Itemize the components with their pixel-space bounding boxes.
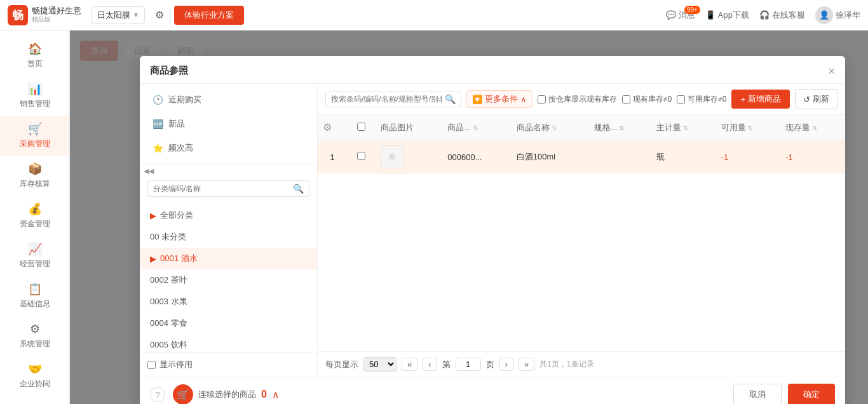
sidebar-label-purchase: 采购管理 bbox=[20, 138, 50, 149]
page-prefix-label: 第 bbox=[442, 359, 451, 370]
category-0001[interactable]: ▶ 0001 酒水 bbox=[140, 248, 317, 269]
confirm-btn[interactable]: 确定 bbox=[788, 384, 835, 404]
show-disabled-checkbox[interactable] bbox=[147, 361, 156, 369]
exp-button[interactable]: 体验行业方案 bbox=[174, 6, 244, 25]
product-table-area: ⚙ 商品图片 商品... 商品名称 规格... 主计量 可用量 现存量 bbox=[318, 115, 845, 351]
category-0001-arrow: ▶ bbox=[150, 254, 156, 264]
th-stock[interactable]: 现存量 bbox=[780, 115, 845, 140]
sidebar-item-collab[interactable]: 🤝 企业协同 bbox=[0, 356, 69, 396]
nav-right: 💬 消息 99+ 📱 App下载 🎧 在线客服 👤 徐泽华 bbox=[666, 6, 860, 24]
service-btn[interactable]: 🎧 在线客服 bbox=[759, 10, 805, 21]
pagination: 每页显示 50 20 100 « ‹ 第 页 › » 共1页，1条记录 bbox=[318, 351, 845, 377]
warehouse-filter[interactable]: 按仓库显示现有库存 bbox=[538, 94, 617, 105]
modal-header: 商品参照 × bbox=[140, 56, 845, 84]
nonzero-stock-checkbox[interactable] bbox=[622, 95, 630, 104]
avail-nonzero-checkbox[interactable] bbox=[677, 95, 685, 104]
cart-count: 0 bbox=[261, 389, 267, 400]
category-0002-label: 0002 茶叶 bbox=[150, 274, 187, 286]
app-download-btn[interactable]: 📱 App下载 bbox=[705, 10, 749, 21]
sidebar-label-base: 基础信息 bbox=[20, 299, 50, 309]
category-0003[interactable]: 0003 水果 bbox=[140, 291, 317, 313]
th-name[interactable]: 商品名称 bbox=[512, 115, 589, 140]
sidebar-item-inventory[interactable]: 📦 库存核算 bbox=[0, 156, 69, 196]
help-btn[interactable]: ? bbox=[150, 387, 165, 402]
clock-icon: 🕐 bbox=[153, 95, 163, 105]
current-page-input[interactable] bbox=[456, 358, 481, 371]
messages-btn[interactable]: 💬 消息 99+ bbox=[666, 10, 695, 21]
col-settings-icon[interactable]: ⚙ bbox=[323, 122, 332, 133]
first-page-btn[interactable]: « bbox=[402, 358, 417, 371]
sidebar-item-home[interactable]: 🏠 首页 bbox=[0, 36, 69, 76]
sidebar-item-ops[interactable]: 📈 经营管理 bbox=[0, 236, 69, 276]
add-product-btn[interactable]: + 新增商品 bbox=[731, 90, 790, 109]
category-0005[interactable]: 0005 饮料 bbox=[140, 334, 317, 352]
th-checkbox[interactable] bbox=[347, 115, 376, 140]
category-search-icon[interactable]: 🔍 bbox=[293, 184, 304, 194]
th-unit[interactable]: 主计量 bbox=[651, 115, 716, 140]
table-row[interactable]: 1 图 000600... 白酒100ml 瓶 -1 bbox=[318, 140, 845, 174]
show-disabled-label[interactable]: 显示停用 bbox=[159, 359, 193, 370]
settings-icon[interactable]: ⚙ bbox=[153, 6, 166, 24]
th-available[interactable]: 可用量 bbox=[716, 115, 781, 140]
top-nav: 畅 畅捷通好生意 精品版 日太阳膜 ▼ ⚙ 体验行业方案 💬 消息 99+ 📱 … bbox=[0, 0, 868, 30]
user-btn[interactable]: 👤 徐泽华 bbox=[815, 6, 860, 24]
cart-icon[interactable]: 🛒 bbox=[173, 384, 193, 404]
sidebar-item-base[interactable]: 📋 基础信息 bbox=[0, 276, 69, 316]
quick-new-btn[interactable]: 🆕 新品 bbox=[147, 114, 309, 133]
th-code[interactable]: 商品... bbox=[442, 115, 512, 140]
th-settings[interactable]: ⚙ bbox=[318, 115, 347, 140]
more-filter-btn[interactable]: 🔽 更多条件 ∧ bbox=[466, 90, 532, 108]
select-all-checkbox[interactable] bbox=[357, 123, 365, 131]
per-page-label: 每页显示 bbox=[325, 359, 358, 370]
warehouse-checkbox[interactable] bbox=[538, 95, 546, 104]
category-00-label: 00 未分类 bbox=[150, 231, 186, 243]
quick-access: 🕐 近期购买 🆕 新品 ⭐ 频次高 bbox=[140, 84, 317, 165]
prev-page-btn[interactable]: ‹ bbox=[423, 358, 437, 371]
modal-footer: ? 🛒 连续选择的商品 0 ∧ 取消 确定 bbox=[140, 377, 845, 404]
panel-collapse-btn[interactable]: ◀◀ bbox=[144, 167, 154, 175]
collapse-cart-btn[interactable]: ∧ bbox=[272, 389, 280, 401]
avail-nonzero-filter[interactable]: 可用库存≠0 bbox=[677, 94, 726, 105]
cancel-btn[interactable]: 取消 bbox=[733, 384, 782, 404]
next-page-btn[interactable]: › bbox=[499, 358, 513, 371]
refresh-btn[interactable]: ↺ 刷新 bbox=[795, 89, 837, 109]
quick-freq-btn[interactable]: ⭐ 频次高 bbox=[147, 138, 309, 158]
logo-sub: 精品版 bbox=[32, 15, 81, 24]
app-label: App下载 bbox=[718, 10, 749, 21]
main-layout: 🏠 首页 📊 销售管理 🛒 采购管理 📦 库存核算 💰 资金管理 📈 经营管理 … bbox=[0, 30, 868, 404]
sidebar-item-purchase[interactable]: 🛒 采购管理 bbox=[0, 116, 69, 156]
sidebar-item-sales[interactable]: 📊 销售管理 bbox=[0, 76, 69, 116]
quick-recent-btn[interactable]: 🕐 近期购买 bbox=[147, 90, 309, 109]
category-0004-label: 0004 零食 bbox=[150, 318, 187, 329]
category-search-input[interactable] bbox=[153, 184, 289, 193]
product-search-input[interactable] bbox=[331, 95, 442, 104]
store-selector[interactable]: 日太阳膜 ▼ bbox=[92, 6, 145, 24]
modal-close-button[interactable]: × bbox=[828, 65, 835, 77]
category-all[interactable]: ▶ 全部分类 bbox=[140, 205, 317, 226]
th-spec[interactable]: 规格... bbox=[589, 115, 651, 140]
category-00[interactable]: 00 未分类 bbox=[140, 226, 317, 248]
left-panel: 🕐 近期购买 🆕 新品 ⭐ 频次高 ◀◀ bbox=[140, 84, 318, 377]
product-search-icon[interactable]: 🔍 bbox=[445, 94, 456, 104]
category-0004[interactable]: 0004 零食 bbox=[140, 313, 317, 334]
right-toolbar: 🔍 🔽 更多条件 ∧ 按仓库显示现有库存 bbox=[318, 84, 845, 115]
add-label: 新增商品 bbox=[748, 93, 781, 105]
sidebar-item-system[interactable]: ⚙ 系统管理 bbox=[0, 316, 69, 356]
row-checkbox-cell[interactable] bbox=[347, 140, 376, 174]
category-0001-label: 0001 酒水 bbox=[160, 253, 198, 264]
last-page-btn[interactable]: » bbox=[519, 358, 534, 371]
filter-label: 更多条件 bbox=[485, 93, 518, 105]
content-area: 查询 设置 刷新 商品参照 × 🕐 近期购买 bbox=[70, 30, 868, 404]
category-0002[interactable]: 0002 茶叶 bbox=[140, 269, 317, 291]
row-checkbox[interactable] bbox=[357, 152, 365, 160]
row-image-cell: 图 bbox=[376, 140, 442, 174]
quick-freq-label: 频次高 bbox=[168, 142, 193, 154]
sidebar-item-guide[interactable]: 📖 新手引导 bbox=[0, 396, 69, 404]
warehouse-label: 按仓库显示现有库存 bbox=[548, 94, 617, 105]
user-name: 徐泽华 bbox=[836, 10, 860, 21]
per-page-select[interactable]: 50 20 100 bbox=[363, 357, 397, 372]
sidebar-item-finance[interactable]: 💰 资金管理 bbox=[0, 196, 69, 236]
nonzero-stock-filter[interactable]: 现有库存≠0 bbox=[622, 94, 672, 105]
row-available: -1 bbox=[716, 140, 781, 174]
category-search: 🔍 bbox=[147, 180, 309, 197]
